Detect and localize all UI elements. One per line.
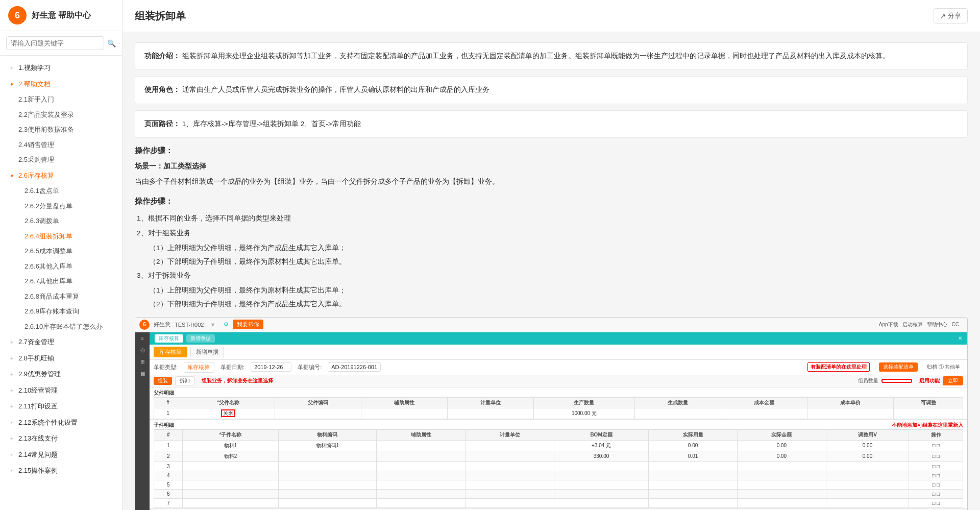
mock-qty-input[interactable] [881,379,912,383]
function-intro-label: 功能介绍： [144,52,180,60]
mock-lower-section-label: 子件明细 不能地添加可组装在这里重新入 [150,419,967,429]
mock-col-code: 父件编码 [275,397,361,408]
mock-screen: 6 好生意 TEST-H002 ▼ ⚙ 我要帮你 App下载 启动核算 帮助中心… [135,318,967,510]
sidebar-item-28[interactable]: ＋ 2.8手机旺铺 [0,350,122,367]
path-text: 1、库存核算->库存管理->组装拆卸单 2、首页->常用功能 [182,120,361,128]
mock-bottom-bar: 合计 55.00 0.06 0.00 0.00 0.00 [150,508,967,510]
mock-confirm-btn[interactable]: 立即 [943,376,963,385]
sidebar-item-27[interactable]: ＋ 2.7资金管理 [0,334,122,350]
mock-assembly-type-tab[interactable]: 组装 [154,377,172,385]
mock-form-tab2[interactable]: 新增单据 [190,347,224,357]
mock-form-toolbar: 库存核算 新增单据 [150,345,967,360]
mock-date-value[interactable]: 2019-12-26 [251,362,291,372]
content-area: 功能介绍： 组装拆卸单用来处理企业组装或拆卸等加工业务，支持有固定装配清单的产品… [122,32,980,510]
role-text: 通常由生产人员或库管人员完成拆装业务的操作，库管人员确认原材料的出库和产成品的入… [182,86,489,93]
mock-menu-icon2: ◎ [140,347,145,353]
search-button[interactable]: 🔍 [107,39,116,47]
mock-right-area: 库存核算 新增单据 ✕ 库存核算 新增单据 [150,332,967,510]
sidebar-item-docs[interactable]: ● 2.帮助文档 [0,76,122,92]
expand-icon-28: ＋ [8,354,15,361]
search-input[interactable] [6,36,104,50]
sidebar-item-210[interactable]: ＋ 2.10经营管理 [0,382,122,399]
screenshot-container: 6 好生意 TEST-H002 ▼ ⚙ 我要帮你 App下载 启动核算 帮助中心… [135,317,968,510]
sidebar-item-212[interactable]: ＋ 2.12系统个性化设置 [0,415,122,431]
sidebar-item-261[interactable]: 2.6.1盘点单 [6,183,122,199]
sidebar-item-video[interactable]: ＋ 1.视频学习 [0,60,122,76]
mock-action-links: 归档 ① 其他单 [927,363,963,371]
step2: 2、对于组装业务 [137,226,968,240]
expand-icon-open: ● [8,80,15,87]
mock-tab1: 库存核算 [155,334,183,343]
mock-logo: 6 [139,320,150,330]
sidebar-item-21[interactable]: 2.1新手入门 [0,92,122,107]
sidebar-item-2610[interactable]: 2.6.10库存账本错了怎么办 [6,319,122,334]
scenario1-desc: 当由多个子件材料组装成一个成品的业务为【组装】业务，当由一个父件拆分成多个子产品… [135,175,968,188]
sidebar-item-213[interactable]: ＋ 2.13在线支付 [0,430,122,447]
sidebar-item-215[interactable]: ＋ 2.15操作案例 [0,463,122,479]
sidebar-item-26[interactable]: ● 2.6库存核算 [0,167,122,184]
step2-sub1: （1）上部明细为父件明细，最终作为产成品生成其它入库单； [137,241,968,255]
mock-col-attr: 辅助属性 [361,397,447,408]
mock-annotation-sub: 组装业务，拆卸业务在这里选择 [202,377,273,384]
mock-assembly-btn[interactable]: 选择装配清单 [879,362,918,372]
mock-teal-close[interactable]: ✕ [958,335,962,341]
mock-help-btn[interactable]: 我要帮你 [233,320,263,329]
sidebar-item-262[interactable]: 2.6.2分量盘点单 [6,199,122,214]
mock-number-value[interactable]: AD-20191226-001 [328,362,381,372]
expand-icon-29: ＋ [8,371,15,378]
mock-disassembly-tab[interactable]: 拆卸 [175,376,194,385]
mock-col-unitcost: 成本单价 [807,397,894,408]
mock-lower-row4: 4 □ □ [154,471,963,480]
mock-topbar: 6 好生意 TEST-H002 ▼ ⚙ 我要帮你 App下载 启动核算 帮助中心… [135,318,967,332]
mock-teal-bar: 库存核算 新增单据 ✕ [150,332,967,345]
sidebar-item-214[interactable]: ＋ 2.14常见问题 [0,447,122,463]
nav-tree: ＋ 1.视频学习 ● 2.帮助文档 2.1新手入门 2.2产品安装及登录 2.3… [0,56,122,510]
sidebar-item-265[interactable]: 2.6.5成本调整单 [6,244,122,259]
sidebar-item-264[interactable]: 2.6.4组装拆卸单 [6,229,122,244]
sidebar-item-23[interactable]: 2.3使用前数据准备 [0,122,122,137]
role-label: 使用角色： [144,86,180,93]
main-header: 组装拆卸单 ↗ 分享 [122,0,980,32]
mock-test-id: TEST-H002 [175,322,204,328]
mock-annotation3: 不能地添加可组装在这里重新入 [892,422,963,429]
mock-type-label: 单据类型: [154,363,178,371]
mock-type-value[interactable]: 库存核算 [184,362,214,373]
mock-tab2: 新增单据 [186,334,215,343]
mock-company: 好生意 [154,321,170,328]
main-area: 组装拆卸单 ↗ 分享 功能介绍： 组装拆卸单用来处理企业组装或拆卸等加工业务，支… [122,0,980,510]
sidebar-item-29[interactable]: ＋ 2.9优惠券管理 [0,366,122,382]
search-box: 🔍 [0,31,122,56]
mock-menu-icon4: ▦ [140,371,145,376]
step2-sub2: （2）下部明细为子件明细，最终作为原材料生成其它出库单。 [137,255,968,269]
mock-lower-row5: 5 □ □ [154,480,963,489]
path-label: 页面路径： [144,120,180,128]
step3-sub2: （2）下部明细为子件明细，最终作为产成品生成其它入库单。 [137,297,968,311]
mock-sub-toolbar: 组装 拆卸 组装业务，拆卸业务在这里选择 组员数量 启用功能 立即 [150,375,967,387]
expand-icon-213: ＋ [8,435,15,442]
sidebar-item-22[interactable]: 2.2产品安装及登录 [0,107,122,123]
share-button[interactable]: ↗ 分享 [934,8,968,23]
sidebar-item-268[interactable]: 2.6.8商品成本重算 [6,289,122,304]
scenario1-title: 场景一：加工类型选择 [135,162,968,171]
mock-lower-table: # *子件名称 物料编码 辅助属性 计量单位 BOM定额 实际用量 实际金额 调 [154,429,963,508]
mock-col-prodqty: 生产数量 [533,397,635,408]
expand-icon-26: ● [8,172,15,179]
mock-col-adj: 可调整 [894,397,963,408]
app-logo: 6 [8,6,27,25]
mock-dropdown-icon: ▼ [210,322,215,328]
sidebar-header: 6 好生意 帮助中心 [0,0,122,31]
sidebar-item-263[interactable]: 2.6.3调拨单 [6,213,122,229]
sidebar-item-266[interactable]: 2.6.6其他入库单 [6,259,122,274]
expand-icon-212: ＋ [8,419,15,426]
mock-form-tab-active[interactable]: 库存核算 [154,347,187,357]
sidebar-item-267[interactable]: 2.6.7其他出库单 [6,274,122,289]
expand-icon-211: ＋ [8,403,15,410]
sidebar-item-25[interactable]: 2.5采购管理 [0,152,122,167]
function-intro-text: 组装拆卸单用来处理企业组装或拆卸等加工业务，支持有固定装配清单的产品加工业务，也… [182,52,890,60]
sidebar-item-211[interactable]: ＋ 2.11打印设置 [0,398,122,415]
share-icon: ↗ [940,12,946,20]
app-title: 好生意 帮助中心 [32,10,91,21]
mock-lower-row2: 2 物料2 330.00 0.01 0.00 0.00 [154,451,963,462]
sidebar-item-24[interactable]: 2.4销售管理 [0,137,122,153]
sidebar-item-269[interactable]: 2.6.9库存账本查询 [6,304,122,319]
